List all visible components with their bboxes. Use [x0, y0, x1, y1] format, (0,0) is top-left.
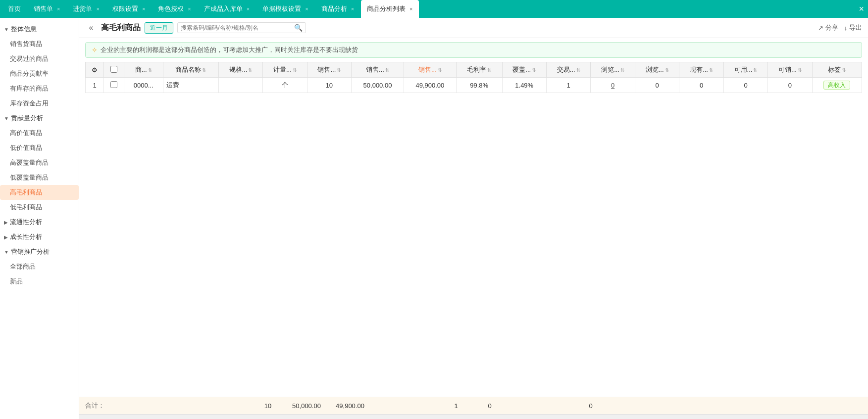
col-tag[interactable]: 标签⇅	[812, 62, 862, 78]
nav-item-role[interactable]: 角色授权 ×	[152, 0, 197, 18]
col-coverage[interactable]: 覆盖...⇅	[502, 62, 546, 78]
cell-unit: 个	[263, 78, 307, 93]
cell-gross-margin: 99.8%	[456, 78, 502, 93]
cell-saleable: 0	[768, 78, 812, 93]
footer-browse1: 0	[475, 402, 505, 410]
col-sales-qty[interactable]: 销售...⇅	[307, 62, 351, 78]
cell-code: 0000...	[124, 78, 163, 93]
col-sales-amount[interactable]: 销售...⇅	[352, 62, 404, 78]
sidebar-group-overall[interactable]: ▼ 整体信息	[0, 22, 79, 37]
close-icon[interactable]: ×	[247, 6, 250, 12]
info-icon: ✧	[92, 46, 98, 54]
col-checkbox	[104, 62, 124, 78]
nav-item-home[interactable]: 首页	[2, 0, 27, 18]
select-all-checkbox[interactable]	[110, 66, 117, 73]
col-sales-profit[interactable]: 销售...⇅	[404, 62, 456, 78]
col-spec[interactable]: 规格...⇅	[218, 62, 262, 78]
export-button[interactable]: ↓ 导出	[844, 23, 863, 32]
close-icon[interactable]: ×	[188, 6, 191, 12]
sidebar-item-low-value[interactable]: 低价值商品	[0, 140, 79, 155]
search-box: 🔍	[177, 22, 306, 33]
sidebar-item-new-goods[interactable]: 新品	[0, 274, 79, 289]
cell-browse2: 0	[635, 78, 679, 93]
col-browse1[interactable]: 浏览...⇅	[591, 62, 635, 78]
footer-sales-qty: 10	[253, 402, 283, 410]
col-current-stock[interactable]: 现有...⇅	[679, 62, 723, 78]
sidebar-item-low-margin[interactable]: 低毛利商品	[0, 200, 79, 215]
close-icon[interactable]: ×	[96, 6, 99, 12]
chevron-right-icon: ▶	[4, 234, 8, 240]
close-icon[interactable]: ×	[409, 6, 412, 12]
close-icon[interactable]: ×	[142, 6, 145, 12]
sidebar-item-all-goods[interactable]: 全部商品	[0, 259, 79, 274]
share-icon: ↗	[818, 24, 823, 32]
nav-item-purchase[interactable]: 进货单 ×	[67, 0, 105, 18]
sidebar-item-stock-capital[interactable]: 库存资金占用	[0, 96, 79, 111]
search-input[interactable]	[181, 24, 294, 31]
footer-sales-amount: 50,000.00	[287, 402, 326, 410]
chevron-down-icon: ▼	[4, 27, 9, 32]
top-nav: 首页 销售单 × 进货单 × 权限设置 × 角色授权 × 产成品入库单 × 单据…	[0, 0, 868, 18]
nav-item-product-analysis-list[interactable]: 商品分析列表 ×	[361, 0, 418, 18]
sidebar-group-contribution[interactable]: ▼ 贡献量分析	[0, 111, 79, 126]
chevron-down-icon: ▼	[4, 116, 9, 121]
sidebar-item-high-margin[interactable]: 高毛利商品	[0, 185, 79, 200]
cell-available: 0	[723, 78, 767, 93]
export-icon: ↓	[844, 24, 848, 32]
col-available[interactable]: 可用...⇅	[723, 62, 767, 78]
collapse-sidebar-button[interactable]: «	[85, 22, 97, 34]
cell-name: 运费	[163, 78, 218, 93]
share-button[interactable]: ↗ 分享	[818, 23, 838, 32]
nav-item-permission[interactable]: 权限设置 ×	[106, 0, 151, 18]
row-checkbox[interactable]	[110, 81, 117, 88]
cell-spec	[218, 78, 262, 93]
total-label: 合计：	[85, 401, 104, 410]
sidebar-group-growth[interactable]: ▶ 成长性分析	[0, 230, 79, 244]
cell-sales-amount: 50,000.00	[352, 78, 404, 93]
table-container: ⚙ 商...⇅ 商品名称⇅ 规格...⇅ 计量...⇅ 销售...⇅ 销售...…	[85, 62, 862, 397]
col-name[interactable]: 商品名称⇅	[163, 62, 218, 78]
table-row: 1 0000... 运费 个 10 50,000.00 49,900.00 99…	[86, 78, 862, 93]
page-title: 高毛利商品	[101, 23, 141, 33]
sidebar-item-high-coverage[interactable]: 高覆盖量商品	[0, 155, 79, 170]
nav-item-sales[interactable]: 销售单 ×	[28, 0, 66, 18]
nav-item-template[interactable]: 单据模板设置 ×	[256, 0, 314, 18]
col-saleable[interactable]: 可销...⇅	[768, 62, 812, 78]
nav-item-production[interactable]: 产成品入库单 ×	[198, 0, 255, 18]
sidebar-item-high-value[interactable]: 高价值商品	[0, 126, 79, 140]
col-unit[interactable]: 计量...⇅	[263, 62, 307, 78]
date-filter-button[interactable]: 近一月	[145, 22, 173, 34]
tag-badge: 高收入	[823, 81, 850, 90]
cell-checkbox	[104, 78, 124, 93]
close-all-tabs-button[interactable]: ×	[859, 4, 864, 13]
col-gross-margin[interactable]: 毛利率⇅	[456, 62, 502, 78]
close-icon[interactable]: ×	[305, 6, 308, 12]
cell-tag: 高收入	[812, 78, 862, 93]
content-area: « 高毛利商品 近一月 🔍 ↗ 分享 ↓ 导出 ✧ 企业的主要的利润都是这部	[79, 18, 868, 419]
nav-item-product-analysis[interactable]: 商品分析 ×	[315, 0, 360, 18]
cell-coverage: 1.49%	[502, 78, 546, 93]
sidebar-item-in-stock[interactable]: 有库存的商品	[0, 81, 79, 96]
sidebar-group-liquidity[interactable]: ▶ 流通性分析	[0, 215, 79, 230]
close-icon[interactable]: ×	[351, 6, 354, 12]
cell-sales-profit: 49,900.00	[404, 78, 456, 93]
col-browse2[interactable]: 浏览...⇅	[635, 62, 679, 78]
search-icon[interactable]: 🔍	[294, 24, 303, 32]
info-banner: ✧ 企业的主要的利润都是这部分商品创造的，可考虑加大推广，同时关注库存是不要出现…	[85, 42, 862, 58]
footer-available: 0	[576, 402, 606, 410]
sidebar-item-traded-goods[interactable]: 交易过的商品	[0, 51, 79, 66]
sidebar-item-contribution-rate[interactable]: 商品分贡献率	[0, 66, 79, 81]
col-code[interactable]: 商...⇅	[124, 62, 163, 78]
cell-current-stock: 0	[679, 78, 723, 93]
sidebar-item-low-coverage[interactable]: 低覆盖量商品	[0, 170, 79, 185]
header-actions: ↗ 分享 ↓ 导出	[818, 23, 863, 32]
sidebar-item-sales-goods[interactable]: 销售货商品	[0, 37, 79, 51]
col-settings[interactable]: ⚙	[86, 62, 104, 78]
main-layout: ▼ 整体信息 销售货商品 交易过的商品 商品分贡献率 有库存的商品 库存资金占用…	[0, 18, 868, 419]
data-table: ⚙ 商...⇅ 商品名称⇅ 规格...⇅ 计量...⇅ 销售...⇅ 销售...…	[85, 62, 862, 93]
horizontal-scrollbar[interactable]	[79, 414, 868, 419]
close-icon[interactable]: ×	[57, 6, 60, 12]
col-transaction[interactable]: 交易...⇅	[546, 62, 590, 78]
browse1-link[interactable]: 0	[611, 82, 614, 89]
sidebar-group-marketing[interactable]: ▼ 营销推广分析	[0, 244, 79, 259]
